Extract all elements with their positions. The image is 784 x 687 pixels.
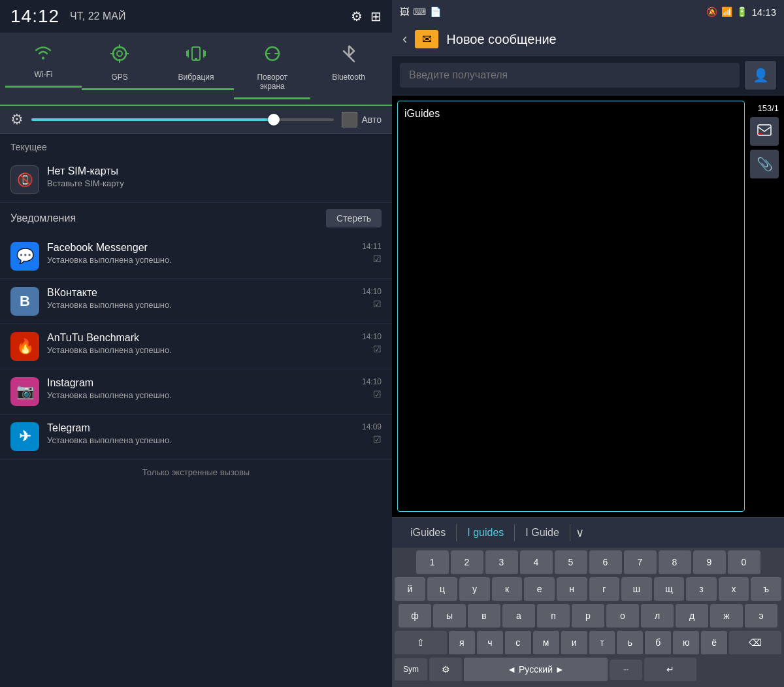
key-1[interactable]: 1 [416, 550, 449, 575]
key-ф[interactable]: ф [399, 604, 431, 629]
gps-toggle[interactable]: GPS [82, 43, 158, 99]
autocomplete-word-0[interactable]: iGuides [400, 524, 457, 541]
antutu-notif-time: 14:10 [362, 332, 382, 341]
key-п[interactable]: п [537, 604, 570, 629]
key-щ[interactable]: щ [654, 577, 685, 602]
send-mms-button[interactable] [750, 117, 779, 146]
key-6[interactable]: 6 [589, 550, 622, 575]
rotate-toggle[interactable]: Поворотэкрана [234, 43, 310, 99]
key-т[interactable]: т [589, 631, 615, 656]
send-mms-icon [757, 124, 772, 139]
left-panel: 14:12 ЧТ, 22 МАЙ ⚙ ⊞ Wi-Fi [0, 0, 392, 687]
key-м[interactable]: м [533, 631, 559, 656]
attach-button[interactable]: 📎 [750, 150, 779, 178]
status-bar-left: 14:12 ЧТ, 22 МАЙ ⚙ ⊞ [0, 0, 392, 33]
list-item[interactable]: 📷 Instagram Установка выполнена успешно.… [0, 369, 392, 414]
auto-checkbox[interactable] [342, 112, 357, 127]
space-key[interactable]: ◄ Русский ► [464, 658, 608, 682]
key-р[interactable]: р [572, 604, 604, 629]
autocomplete-word-2[interactable]: I Guide [515, 524, 570, 541]
key-х[interactable]: х [719, 577, 749, 602]
wifi-toggle[interactable]: Wi-Fi [5, 43, 82, 99]
list-item[interactable]: В ВКонтакте Установка выполнена успешно.… [0, 279, 392, 324]
key-е[interactable]: е [524, 577, 555, 602]
key-о[interactable]: о [606, 604, 639, 629]
sym-key[interactable]: Sym [395, 658, 427, 682]
telegram-notif-title: Telegram [47, 422, 354, 434]
instagram-notif-body: Установка выполнена успешно. [47, 390, 354, 400]
doc-icon: 📄 [430, 7, 441, 17]
sim-notification[interactable]: 📵 Нет SIM-карты Вставьте SIM-карту [0, 158, 392, 203]
key-ш[interactable]: ш [621, 577, 652, 602]
key-ю[interactable]: ю [673, 631, 699, 656]
keyboard-row-3: ⇧ я ч с м и т ь б ю ё ⌫ [395, 631, 781, 656]
key-0[interactable]: 0 [728, 550, 760, 575]
key-ё[interactable]: ё [701, 631, 727, 656]
shift-key[interactable]: ⇧ [395, 631, 447, 656]
message-text-input[interactable]: iGuides [397, 101, 745, 512]
bluetooth-label: Bluetooth [332, 73, 365, 82]
antutu-notif-title: AnTuTu Benchmark [47, 332, 354, 344]
list-item[interactable]: 🔥 AnTuTu Benchmark Установка выполнена у… [0, 324, 392, 369]
key-в[interactable]: в [468, 604, 500, 629]
key-с[interactable]: с [505, 631, 531, 656]
key-н[interactable]: н [557, 577, 587, 602]
key-ь[interactable]: ь [617, 631, 643, 656]
list-item[interactable]: ✈ Telegram Установка выполнена успешно. … [0, 414, 392, 460]
enter-key[interactable]: ↵ [644, 658, 696, 682]
status-bar-right: 🖼 ⌨ 📄 🔕 📶 🔋 14:13 [392, 0, 784, 24]
vibration-toggle[interactable]: Вибрация [158, 43, 235, 99]
backspace-key[interactable]: ⌫ [729, 631, 781, 656]
key-ж[interactable]: ж [710, 604, 743, 629]
key-г[interactable]: г [589, 577, 620, 602]
key-ъ[interactable]: ъ [751, 577, 781, 602]
key-у[interactable]: у [459, 577, 490, 602]
time-left: 14:12 [10, 6, 59, 27]
key-9[interactable]: 9 [693, 550, 726, 575]
key-а[interactable]: а [502, 604, 535, 629]
key-ч[interactable]: ч [477, 631, 503, 656]
antutu-notif-meta: 14:10 ☑ [362, 332, 382, 354]
grid-icon[interactable]: ⊞ [370, 8, 382, 24]
contact-button[interactable]: 👤 [745, 61, 776, 90]
key-5[interactable]: 5 [555, 550, 587, 575]
key-8[interactable]: 8 [659, 550, 691, 575]
key-ы[interactable]: ы [433, 604, 466, 629]
notification-list: 💬 Facebook Messenger Установка выполнена… [0, 234, 392, 687]
settings-icon[interactable]: ⚙ [351, 8, 363, 24]
key-й[interactable]: й [395, 577, 425, 602]
signal-icon: 📶 [721, 7, 732, 17]
key-7[interactable]: 7 [624, 550, 657, 575]
key-ц[interactable]: ц [427, 577, 458, 602]
contact-icon: 👤 [753, 67, 769, 83]
key-б[interactable]: б [645, 631, 671, 656]
brightness-slider[interactable] [31, 118, 334, 121]
key-э[interactable]: э [745, 604, 777, 629]
key-з[interactable]: з [686, 577, 717, 602]
rotate-bar [234, 97, 310, 99]
back-button[interactable]: ‹ [402, 31, 407, 48]
key-д[interactable]: д [676, 604, 708, 629]
bluetooth-toggle[interactable]: Bluetooth [310, 43, 387, 99]
autocomplete-chevron[interactable]: ∨ [570, 523, 589, 543]
instagram-notif-meta: 14:10 ☑ [362, 377, 382, 399]
key-2[interactable]: 2 [451, 550, 483, 575]
gps-icon [109, 43, 130, 69]
auto-toggle[interactable]: Авто [342, 112, 382, 127]
key-3[interactable]: 3 [485, 550, 518, 575]
key-я[interactable]: я [449, 631, 475, 656]
autocomplete-word-1[interactable]: I guides [457, 524, 515, 541]
list-item[interactable]: 💬 Facebook Messenger Установка выполнена… [0, 234, 392, 279]
dots-key[interactable]: ··· [610, 660, 642, 681]
instagram-notif-time: 14:10 [362, 377, 382, 386]
clear-button[interactable]: Стереть [326, 209, 382, 227]
sim-notif-body: Вставьте SIM-карту [47, 178, 382, 188]
envelope-icon: ✉ [415, 30, 438, 48]
key-4[interactable]: 4 [520, 550, 553, 575]
key-л[interactable]: л [641, 604, 674, 629]
key-к[interactable]: к [492, 577, 523, 602]
key-и[interactable]: и [561, 631, 587, 656]
settings-key[interactable]: ⚙ [429, 658, 462, 682]
fb-notif-content: Facebook Messenger Установка выполнена у… [47, 242, 354, 265]
recipient-input[interactable] [400, 63, 740, 88]
